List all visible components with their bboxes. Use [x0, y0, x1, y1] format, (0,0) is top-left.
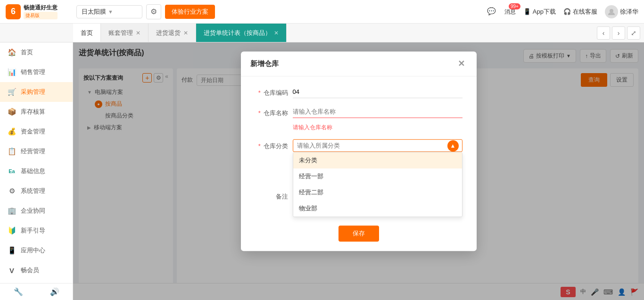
member-icon: V: [8, 266, 16, 275]
tab-scroll-left-btn[interactable]: ‹: [597, 26, 610, 40]
tab-right-buttons: ‹ › ⤢: [597, 26, 644, 40]
content-area: 进货单统计(按商品) 🖨 按模板打印 ▼ ↑ 导出 ↺ 刷新: [73, 42, 644, 300]
settings-icon[interactable]: ⚙: [146, 4, 161, 19]
sidebar-item-enterprise[interactable]: 🏢 企业协同: [0, 201, 73, 221]
headset-icon: 🎧: [563, 8, 571, 15]
memo-label: 备注: [255, 190, 288, 201]
name-input[interactable]: [293, 106, 462, 118]
logo-icon: 6: [6, 4, 21, 19]
sidebar-bottom: 🔧 🔊: [0, 283, 73, 300]
header-middle: 日太阳膜 ▼ ⚙ 体验行业方案: [76, 4, 487, 19]
tab-accounts[interactable]: 账套管理 ✕: [101, 24, 149, 42]
message-badge: 99+: [509, 3, 520, 9]
close-icon[interactable]: ✕: [183, 30, 188, 36]
category-input[interactable]: [293, 139, 462, 152]
tab-bar: 首页 账套管理 ✕ 进货退货 ✕ 进货单统计表（按商品） ✕ ‹ › ⤢: [0, 24, 644, 42]
sidebar-item-inventory[interactable]: 📦 库存核算: [0, 102, 73, 122]
dialog-close-btn[interactable]: ✕: [456, 58, 467, 69]
operations-icon: 📋: [8, 147, 16, 156]
sidebar-item-finance[interactable]: 💰 资金管理: [0, 122, 73, 142]
basic-info-icon: Ea: [8, 167, 16, 175]
home-icon: 🏠: [8, 48, 16, 57]
header-right: 💬 99+ 消息 📱 App下载 🎧 在线客服 徐泽华: [487, 5, 638, 18]
logo-area: 6 畅捷通好生意 捷易版: [6, 4, 76, 19]
sidebar-item-app-center[interactable]: 📱 应用中心: [0, 241, 73, 260]
sidebar-item-system[interactable]: ⚙ 系统管理: [0, 181, 73, 201]
phone-icon: 📱: [523, 8, 531, 15]
dialog-title: 新增仓库: [250, 59, 279, 68]
main-layout: 🏠 首页 📊 销售管理 🛒 采购管理 📦 库存核算 💰 资金管理 📋 经营管理 …: [0, 42, 644, 300]
system-icon: ⚙: [8, 187, 16, 195]
purchase-icon: 🛒: [8, 88, 16, 96]
tab-purchase-stats[interactable]: 进货单统计表（按商品） ✕: [196, 24, 287, 42]
tab-home[interactable]: 首页: [73, 24, 101, 42]
category-input-wrap: ▲ 未分类 经营一部 经营二部 物业部: [293, 139, 462, 152]
inventory-icon: 📦: [8, 108, 16, 116]
form-row-name: * 仓库名称 请输入仓库名称: [255, 106, 462, 132]
category-dropdown: 未分类 经营一部 经营二部 物业部: [293, 152, 462, 217]
sidebar-item-sales[interactable]: 📊 销售管理: [0, 62, 73, 82]
form-row-category: * 仓库分类 ▲ 未分类 经营一部 经营二部 物业部: [255, 139, 462, 152]
dropdown-item-dept3[interactable]: 物业部: [293, 200, 462, 217]
tab-scroll-right-btn[interactable]: ›: [612, 26, 625, 40]
top-header: 6 畅捷通好生意 捷易版 日太阳膜 ▼ ⚙ 体验行业方案 💬 99+ 消息 📱 …: [0, 0, 644, 24]
sidebar-item-home[interactable]: 🏠 首页: [0, 42, 73, 62]
code-label: * 仓库编码: [255, 86, 288, 97]
tab-expand-btn[interactable]: ⤢: [627, 26, 640, 40]
sidebar-item-purchase[interactable]: 🛒 采购管理: [0, 82, 73, 102]
sidebar: 🏠 首页 📊 销售管理 🛒 采购管理 📦 库存核算 💰 资金管理 📋 经营管理 …: [0, 42, 73, 300]
code-input[interactable]: [293, 86, 462, 98]
dropdown-item-unclassified[interactable]: 未分类: [293, 152, 462, 168]
volume-bottom-icon[interactable]: 🔊: [48, 285, 61, 299]
trial-button[interactable]: 体验行业方案: [165, 5, 215, 19]
online-service-btn[interactable]: 🎧 在线客服: [563, 8, 597, 16]
sidebar-item-basic-info[interactable]: Ea 基础信息: [0, 161, 73, 181]
name-label: * 仓库名称: [255, 106, 288, 117]
add-warehouse-dialog: 新增仓库 ✕ * 仓库编码 * 仓库名称: [241, 51, 477, 251]
dropdown-item-dept2[interactable]: 经营二部: [293, 184, 462, 200]
tab-purchase-return[interactable]: 进货退货 ✕: [149, 24, 196, 42]
dialog-header: 新增仓库 ✕: [241, 51, 477, 76]
sidebar-item-guide[interactable]: 🔰 新手引导: [0, 221, 73, 241]
sidebar-item-member[interactable]: V 畅会员: [0, 260, 73, 280]
app-download-btn[interactable]: 📱 App下载: [523, 8, 556, 16]
message-icon-btn[interactable]: 💬 99+ 消息: [487, 7, 516, 16]
app-center-icon: 📱: [8, 246, 16, 255]
dialog-footer: 保存: [241, 221, 477, 242]
name-error-msg: 请输入仓库名称: [293, 124, 332, 132]
save-button[interactable]: 保存: [339, 225, 379, 242]
category-dropdown-toggle[interactable]: ▲: [447, 140, 459, 151]
category-label: * 仓库分类: [255, 139, 288, 150]
form-row-code: * 仓库编码: [255, 86, 462, 98]
chevron-down-icon: ▼: [108, 9, 113, 15]
guide-icon: 🔰: [8, 226, 16, 235]
dialog-body: * 仓库编码 * 仓库名称 请输入仓库名称: [241, 76, 477, 221]
store-selector[interactable]: 日太阳膜 ▼: [76, 5, 142, 18]
avatar: [605, 5, 618, 18]
logo-text: 畅捷通好生意 捷易版: [24, 4, 58, 19]
user-info[interactable]: 徐泽华: [605, 5, 638, 18]
enterprise-icon: 🏢: [8, 207, 16, 215]
close-icon[interactable]: ✕: [136, 30, 140, 36]
settings-bottom-icon[interactable]: 🔧: [12, 285, 25, 299]
sales-icon: 📊: [8, 68, 16, 76]
dropdown-item-dept1[interactable]: 经营一部: [293, 168, 462, 184]
svg-point-0: [610, 9, 613, 13]
finance-icon: 💰: [8, 127, 16, 136]
close-icon[interactable]: ✕: [274, 30, 279, 36]
sidebar-item-operations[interactable]: 📋 经营管理: [0, 142, 73, 161]
